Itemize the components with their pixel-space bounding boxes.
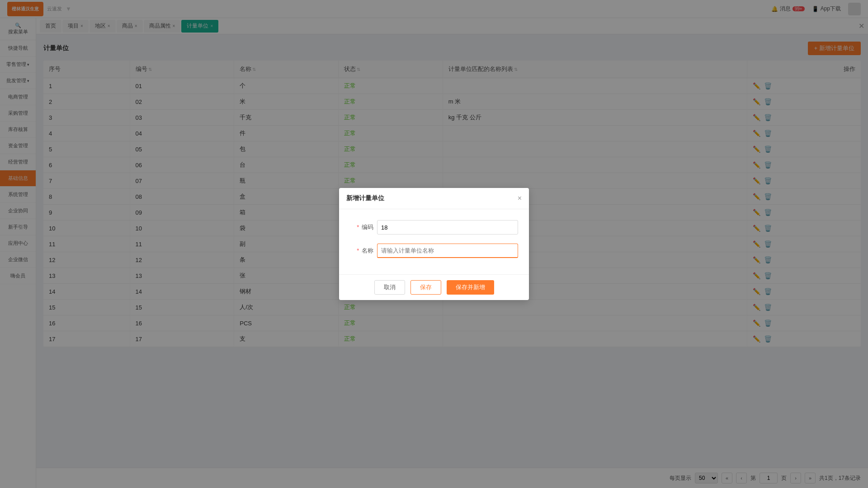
name-input[interactable] [377,244,518,258]
form-row-name: * 名称 [350,244,518,258]
code-label: * 编码 [350,223,377,231]
modal-header: 新增计量单位 × [339,188,529,209]
modal-body: * 编码 * 名称 [339,209,529,274]
name-label: * 名称 [350,247,377,255]
code-required: * [357,224,359,230]
modal-close-button[interactable]: × [518,194,522,202]
save-and-new-button[interactable]: 保存并新增 [447,280,494,295]
name-required: * [357,247,359,254]
modal: 新增计量单位 × * 编码 * 名称 取消 保存 保存并新增 [339,188,529,300]
form-row-code: * 编码 [350,220,518,235]
code-label-text: 编码 [362,224,373,230]
name-label-text: 名称 [362,247,373,254]
modal-title: 新增计量单位 [346,194,384,202]
modal-footer: 取消 保存 保存并新增 [339,274,529,300]
code-input[interactable] [377,220,518,235]
modal-overlay[interactable]: 新增计量单位 × * 编码 * 名称 取消 保存 保存并新增 [0,0,868,488]
save-button[interactable]: 保存 [410,280,441,295]
cancel-button[interactable]: 取消 [374,280,405,295]
